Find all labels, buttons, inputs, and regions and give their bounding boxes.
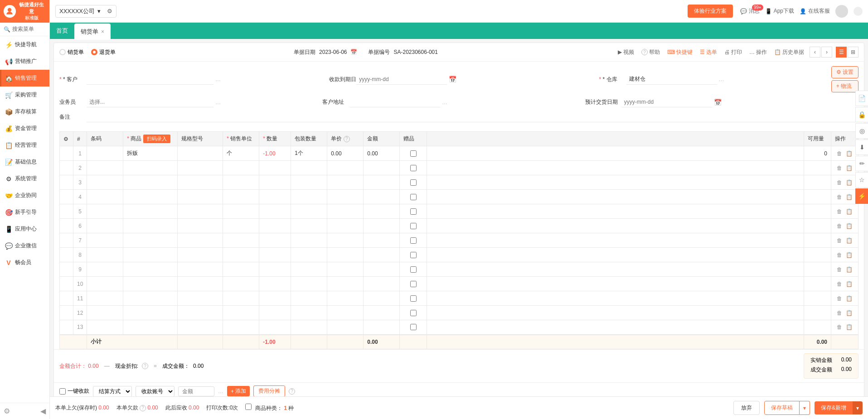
row-unit-4[interactable] xyxy=(223,204,259,219)
row-copy-icon-6[interactable]: 📋 xyxy=(846,237,853,244)
scan-btn[interactable]: 扫码录入 xyxy=(143,135,170,143)
row-unit-0[interactable]: 个 xyxy=(223,146,259,161)
history-btn[interactable]: 📋 历史单据 xyxy=(772,48,806,57)
row-gift-8[interactable] xyxy=(400,262,427,277)
sidebar-item-quicknav[interactable]: ⚡ 快捷导航 xyxy=(0,36,49,53)
row-barcode-0[interactable] xyxy=(87,146,123,161)
row-copy-icon-11[interactable]: 📋 xyxy=(846,310,853,316)
row-delete-icon-8[interactable]: 🗑 xyxy=(837,266,842,273)
date-calendar-icon[interactable]: 📅 xyxy=(350,49,357,55)
row-product-12[interactable] xyxy=(123,320,178,335)
float-action-btn[interactable]: ⚡ xyxy=(855,188,868,204)
save-new-btn[interactable]: 保存&新增 xyxy=(815,401,853,414)
row-amount-2[interactable] xyxy=(364,175,400,190)
row-barcode-7[interactable] xyxy=(87,248,123,262)
row-price-8[interactable] xyxy=(327,262,364,277)
app-download-item[interactable]: 📱 App下载 xyxy=(765,7,794,15)
row-gift-12[interactable] xyxy=(400,320,427,335)
row-product-6[interactable] xyxy=(123,233,178,248)
amount-input[interactable] xyxy=(178,386,214,396)
sidebar-item-system[interactable]: ⚙ 系统管理 xyxy=(0,170,49,187)
row-spec-1[interactable] xyxy=(178,161,223,175)
row-spec-12[interactable] xyxy=(178,320,223,335)
tab-home[interactable]: 首页 xyxy=(50,23,74,39)
row-delete-icon-1[interactable]: 🗑 xyxy=(837,165,842,171)
row-copy-icon-10[interactable]: 📋 xyxy=(846,295,853,302)
customer-addr-input[interactable] xyxy=(349,97,440,107)
row-product-4[interactable] xyxy=(123,204,178,219)
row-barcode-1[interactable] xyxy=(87,161,123,175)
expense-split-btn[interactable]: 费用分摊 xyxy=(253,385,285,397)
row-amount-8[interactable] xyxy=(364,262,400,277)
row-qty-0[interactable]: -1.00 xyxy=(259,146,291,161)
row-price-9[interactable] xyxy=(327,277,364,291)
row-amount-1[interactable] xyxy=(364,161,400,175)
next-btn[interactable]: › xyxy=(821,47,832,58)
sidebar-item-member[interactable]: V 畅会员 xyxy=(0,254,49,271)
row-spec-2[interactable] xyxy=(178,175,223,190)
help-btn[interactable]: ? 帮助 xyxy=(640,48,662,57)
sidebar-item-basic-info[interactable]: 📝 基础信息 xyxy=(0,154,49,170)
row-unit-8[interactable] xyxy=(223,262,259,277)
row-qty-7[interactable] xyxy=(259,248,291,262)
save-draft-btn[interactable]: 保存草稿 xyxy=(764,401,800,415)
expected-date-input[interactable] xyxy=(621,97,712,107)
settings-btn[interactable]: ⚙ 设置 xyxy=(831,66,858,78)
row-unit-7[interactable] xyxy=(223,248,259,262)
sidebar-item-wechat[interactable]: 💬 企业微信 xyxy=(0,237,49,254)
row-pkg-5[interactable] xyxy=(291,219,327,233)
sidebar-item-inventory[interactable]: 📦 库存核算 xyxy=(0,103,49,120)
row-product-3[interactable] xyxy=(123,190,178,204)
row-pkg-10[interactable] xyxy=(291,291,327,306)
prev-btn[interactable]: ‹ xyxy=(810,47,820,58)
row-delete-icon-0[interactable]: 🗑 xyxy=(837,150,842,157)
sidebar-settings-icon[interactable]: ⚙ xyxy=(4,407,10,415)
sidebar-item-collaboration[interactable]: 🤝 企业协同 xyxy=(0,187,49,204)
row-copy-icon-9[interactable]: 📋 xyxy=(846,281,853,287)
notifications-item[interactable]: 💬 消息 99+ xyxy=(740,7,760,15)
row-spec-11[interactable] xyxy=(178,306,223,320)
row-amount-0[interactable]: 0.00 xyxy=(364,146,400,161)
row-copy-icon-7[interactable]: 📋 xyxy=(846,252,853,258)
row-delete-icon-6[interactable]: 🗑 xyxy=(837,237,842,244)
row-price-4[interactable] xyxy=(327,204,364,219)
sidebar-item-sales[interactable]: 🏠 销售管理 xyxy=(0,70,49,87)
search-menu[interactable]: 🔍 搜索菜单 xyxy=(0,23,49,36)
row-product-1[interactable] xyxy=(123,161,178,175)
due-date-input[interactable] xyxy=(356,74,447,85)
row-barcode-2[interactable] xyxy=(87,175,123,190)
row-delete-icon-10[interactable]: 🗑 xyxy=(837,295,842,302)
row-product-9[interactable] xyxy=(123,277,178,291)
row-barcode-9[interactable] xyxy=(87,277,123,291)
row-price-11[interactable] xyxy=(327,306,364,320)
row-product-8[interactable] xyxy=(123,262,178,277)
row-barcode-11[interactable] xyxy=(87,306,123,320)
row-qty-12[interactable] xyxy=(259,320,291,335)
row-amount-6[interactable] xyxy=(364,233,400,248)
row-pkg-9[interactable] xyxy=(291,277,327,291)
select-btn[interactable]: ☰ 选单 xyxy=(698,48,719,57)
warehouse-dots[interactable]: … xyxy=(717,76,726,82)
radio-sale[interactable]: 销货单 xyxy=(59,48,84,56)
row-product-5[interactable] xyxy=(123,219,178,233)
row-pkg-2[interactable] xyxy=(291,175,327,190)
one-key-payment-checkbox[interactable]: 一键收款 xyxy=(59,387,89,395)
row-spec-4[interactable] xyxy=(178,204,223,219)
float-notes-btn[interactable]: 📄 xyxy=(855,91,868,106)
row-spec-8[interactable] xyxy=(178,262,223,277)
row-price-1[interactable] xyxy=(327,161,364,175)
row-amount-9[interactable] xyxy=(364,277,400,291)
row-copy-icon-2[interactable]: 📋 xyxy=(846,179,853,186)
row-barcode-4[interactable] xyxy=(87,204,123,219)
row-amount-10[interactable] xyxy=(364,291,400,306)
row-delete-icon-5[interactable]: 🗑 xyxy=(837,223,842,229)
row-amount-7[interactable] xyxy=(364,248,400,262)
row-delete-icon-4[interactable]: 🗑 xyxy=(837,208,842,215)
row-delete-icon-2[interactable]: 🗑 xyxy=(837,179,842,186)
row-spec-9[interactable] xyxy=(178,277,223,291)
row-qty-11[interactable] xyxy=(259,306,291,320)
radio-return[interactable]: 退货单 xyxy=(91,48,116,56)
sidebar-item-appstore[interactable]: 📱 应用中心 xyxy=(0,221,49,237)
salesperson-dots[interactable]: … xyxy=(213,99,223,106)
row-gift-2[interactable] xyxy=(400,175,427,190)
